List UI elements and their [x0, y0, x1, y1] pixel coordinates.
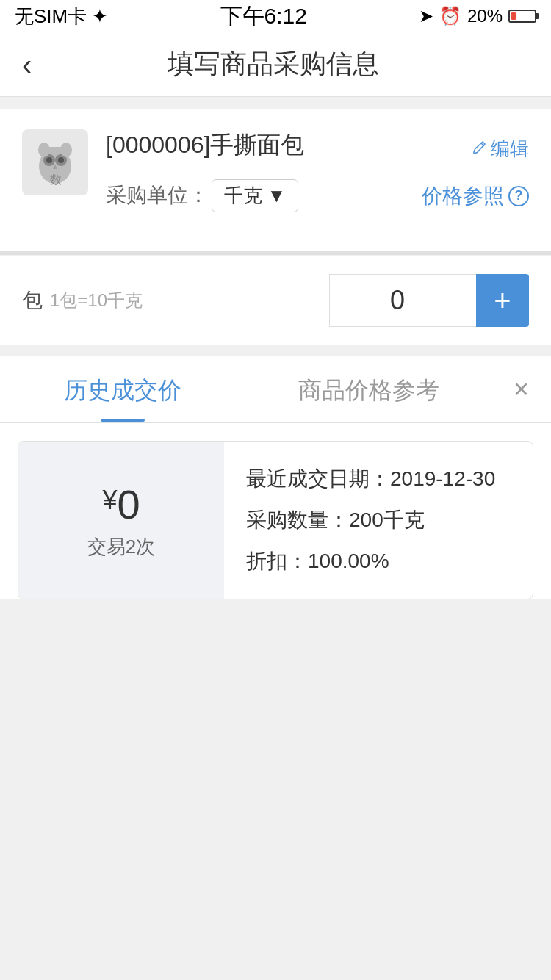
quantity-label-group: 包 1包=10千克	[22, 287, 143, 314]
edit-button[interactable]: 编辑	[472, 136, 529, 162]
status-bar: 无SIM卡 ✦ 下午6:12 ➤ ⏰ 20%	[0, 0, 551, 32]
trade-discount-row: 折扣：100.00%	[246, 546, 511, 577]
product-card: 数 [0000006]手撕面包 编辑 采购单位： 千克 ▼	[0, 109, 551, 251]
bag-icon: 包	[22, 287, 43, 314]
trade-count: 交易2次	[87, 534, 155, 560]
trade-qty-row: 采购数量：200千克	[246, 505, 511, 536]
quantity-controls: +	[329, 274, 529, 327]
product-info: [0000006]手撕面包 编辑 采购单位： 千克 ▼ 价格参照 ?	[106, 129, 529, 212]
trade-price-value: ¥0	[102, 480, 140, 528]
product-header: 数 [0000006]手撕面包 编辑 采购单位： 千克 ▼	[22, 129, 529, 212]
unit-label-group: 采购单位： 千克 ▼	[106, 179, 298, 212]
location-icon: ➤	[419, 6, 433, 26]
back-button[interactable]: ‹	[22, 50, 32, 79]
tabs-header: 历史成交价 商品价格参考 ×	[0, 356, 551, 423]
status-left: 无SIM卡 ✦	[15, 4, 108, 29]
trade-detail-panel: 最近成交日期：2019-12-30 采购数量：200千克 折扣：100.00%	[224, 442, 533, 599]
battery-percent: 20%	[467, 6, 503, 26]
product-name: [0000006]手撕面包	[106, 129, 304, 162]
product-thumbnail: 数	[22, 129, 88, 195]
help-icon: ?	[508, 186, 529, 206]
svg-point-4	[58, 157, 64, 163]
unit-label: 采购单位：	[106, 184, 209, 206]
tabs-close-button[interactable]: ×	[491, 356, 551, 422]
battery-icon	[508, 10, 536, 23]
main-background	[0, 617, 551, 980]
nav-bar: ‹ 填写商品采购信息	[0, 32, 551, 97]
trade-price-panel: ¥0 交易2次	[18, 442, 224, 599]
alarm-icon: ⏰	[439, 6, 461, 26]
carrier-text: 无SIM卡 ✦	[15, 4, 108, 29]
dropdown-arrow: ▼	[267, 184, 286, 207]
status-time: 下午6:12	[220, 1, 307, 32]
section-divider	[0, 251, 551, 255]
price-reference-button[interactable]: 价格参照 ?	[422, 182, 529, 210]
trade-card: ¥0 交易2次 最近成交日期：2019-12-30 采购数量：200千克 折扣：…	[18, 441, 533, 599]
owl-icon: 数	[29, 137, 81, 188]
bag-hint: 1包=10千克	[50, 289, 143, 312]
status-right: ➤ ⏰ 20%	[419, 6, 536, 26]
page-title: 填写商品采购信息	[46, 46, 500, 82]
quantity-input[interactable]	[329, 274, 476, 327]
quantity-section: 包 1包=10千克 +	[0, 256, 551, 345]
edit-icon	[472, 140, 488, 156]
currency-symbol: ¥	[102, 485, 117, 515]
quantity-plus-button[interactable]: +	[476, 274, 529, 327]
product-name-row: [0000006]手撕面包 编辑	[106, 129, 529, 167]
tab-historical-price[interactable]: 历史成交价	[0, 357, 245, 422]
tabs-section: 历史成交价 商品价格参考 × ¥0 交易2次 最近成交日期：2019-12-30…	[0, 356, 551, 599]
svg-point-3	[46, 157, 52, 163]
unit-select[interactable]: 千克 ▼	[212, 179, 298, 212]
unit-row: 采购单位： 千克 ▼ 价格参照 ?	[106, 179, 529, 212]
svg-rect-8	[44, 147, 66, 153]
trade-date-row: 最近成交日期：2019-12-30	[246, 464, 511, 494]
tab-product-price-ref[interactable]: 商品价格参考	[245, 357, 491, 422]
svg-text:数: 数	[50, 173, 62, 186]
